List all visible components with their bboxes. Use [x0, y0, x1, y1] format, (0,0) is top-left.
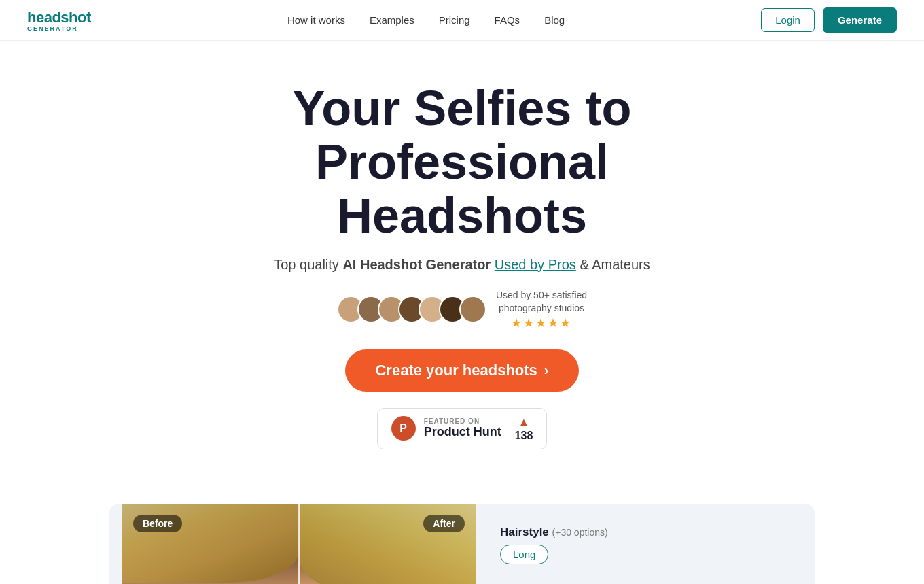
hairstyle-selected[interactable]: Long	[500, 545, 548, 564]
label-before: Before	[133, 515, 182, 532]
demo-section: Before After ‹ › Hairstyle (+30 options)…	[109, 504, 815, 584]
hairstyle-count: (+30 options)	[552, 527, 608, 538]
avatar-6	[459, 296, 486, 323]
demo-options: Hairstyle (+30 options) Long Hair color …	[476, 504, 802, 584]
divider-1	[500, 581, 777, 581]
nav-pricing[interactable]: Pricing	[439, 14, 470, 26]
cta-arrow: ›	[544, 362, 549, 378]
product-hunt-badge[interactable]: P FEATURED ON Product Hunt ▲ 138	[377, 408, 548, 449]
product-hunt-name: Product Hunt	[424, 425, 501, 439]
demo-image: Before After ‹ ›	[122, 504, 476, 584]
product-hunt-text: FEATURED ON Product Hunt	[424, 417, 501, 439]
proof-text: Used by 50+ satisfied photography studio…	[496, 289, 587, 330]
social-proof: Used by 50+ satisfied photography studio…	[14, 289, 910, 330]
hero-headline: Your Selfies to Professional Headshots	[156, 82, 768, 243]
hairstyle-option: Hairstyle (+30 options) Long	[500, 526, 777, 564]
logo-main: headshot	[27, 9, 91, 27]
generate-button[interactable]: Generate	[823, 7, 897, 33]
navbar: headshot generator How it works Examples…	[0, 0, 924, 41]
nav-examples[interactable]: Examples	[370, 14, 414, 26]
login-button[interactable]: Login	[761, 8, 815, 32]
nav-how-it-works[interactable]: How it works	[287, 14, 345, 26]
nav-links: How it works Examples Pricing FAQs Blog	[287, 14, 565, 26]
vote-arrow: ▲	[518, 415, 530, 430]
avatar-group	[337, 296, 486, 323]
nav-blog[interactable]: Blog	[544, 14, 565, 26]
nav-actions: Login Generate	[761, 7, 897, 33]
vote-count: 138	[515, 430, 533, 442]
used-by-pros-link[interactable]: Used by Pros	[495, 257, 576, 272]
hero-section: Your Selfies to Professional Headshots T…	[0, 41, 924, 504]
product-hunt-featured: FEATURED ON	[424, 417, 501, 425]
hairstyle-title: Hairstyle (+30 options)	[500, 526, 777, 539]
logo-sub: generator	[27, 25, 91, 32]
product-hunt-votes: ▲ 138	[515, 415, 533, 442]
divider-line	[298, 504, 300, 584]
hero-subtext: Top quality AI Headshot Generator Used b…	[14, 257, 910, 273]
label-after: After	[423, 515, 465, 532]
product-hunt-logo: P	[391, 416, 416, 441]
star-rating: ★★★★★	[496, 315, 587, 330]
logo[interactable]: headshot generator	[27, 9, 91, 32]
cta-label: Create your headshots	[375, 362, 537, 379]
cta-button[interactable]: Create your headshots ›	[345, 349, 578, 392]
nav-faqs[interactable]: FAQs	[495, 14, 520, 26]
